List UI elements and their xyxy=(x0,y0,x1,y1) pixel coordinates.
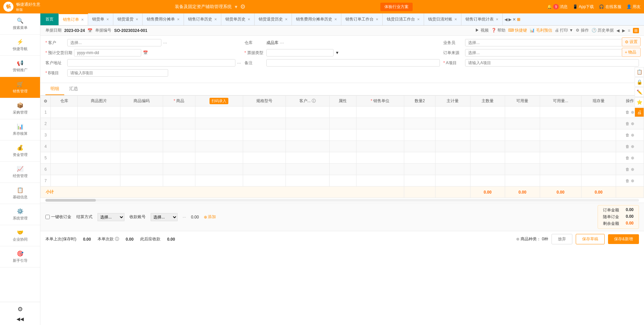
row-unit-5[interactable] xyxy=(356,152,404,164)
copy-row-1-btn[interactable]: ⊕ xyxy=(631,110,634,115)
row-product-1[interactable] xyxy=(163,107,195,118)
row-qty2-7[interactable] xyxy=(404,175,435,187)
sidebar-item-search[interactable]: 🔍 搜索菜单 xyxy=(0,13,40,35)
float-btn-1[interactable]: 📋 xyxy=(635,67,644,77)
float-btn-4[interactable]: ⭐ xyxy=(635,97,644,107)
delete-row-6-btn[interactable]: 🗑 xyxy=(626,167,630,172)
customer-dots[interactable]: ··· xyxy=(163,40,167,45)
row-attr-2[interactable] xyxy=(329,118,356,129)
row-main-qty-2[interactable] xyxy=(470,118,505,129)
add-btn[interactable]: ⊕ 添加 xyxy=(204,214,216,220)
table-scrollbar[interactable] xyxy=(45,199,639,202)
row-attr-7[interactable] xyxy=(329,175,356,187)
tab-return-history[interactable]: 销货单历史 ✕ xyxy=(221,13,255,26)
sidebar-collapse-icon[interactable]: ◀◀ xyxy=(16,316,24,322)
row-main-qty-7[interactable] xyxy=(470,175,505,187)
tab-close-all-btn[interactable]: ✕ xyxy=(513,17,516,22)
sidebar-item-inventory[interactable]: 📊 库存核算 xyxy=(0,119,40,140)
delete-row-5-btn[interactable]: 🗑 xyxy=(626,156,630,160)
row-cust-code-3[interactable] xyxy=(286,129,330,141)
row-spec-4[interactable] xyxy=(243,141,286,152)
discard-btn[interactable]: 放弃 xyxy=(552,234,572,244)
row-cust-code-1[interactable] xyxy=(286,107,330,118)
row-code-6[interactable] xyxy=(120,164,163,175)
row-product-7[interactable] xyxy=(163,175,195,187)
nav-next-icon[interactable]: ▶ xyxy=(622,28,625,33)
goods-btn[interactable]: + 物品 xyxy=(622,48,641,57)
copy-row-4-btn[interactable]: ⊕ xyxy=(631,144,634,149)
row-spec-3[interactable] xyxy=(243,129,286,141)
row-main-qty-5[interactable] xyxy=(470,152,505,164)
sidebar-item-purchase[interactable]: 📦 采购管理 xyxy=(0,98,40,119)
tab-close-order-history[interactable]: ✕ xyxy=(214,17,217,21)
a-project-input[interactable] xyxy=(465,59,639,67)
float-btn-3[interactable]: ✏️ xyxy=(635,87,644,97)
tab-cash-check[interactable]: 钱货日清对账 ✕ xyxy=(424,13,461,26)
delete-row-1-btn[interactable]: 🗑 xyxy=(626,110,630,115)
row-unit-3[interactable] xyxy=(356,129,404,141)
form-view-icon[interactable]: ⊞ xyxy=(633,28,639,33)
copy-row-5-btn[interactable]: ⊕ xyxy=(631,156,634,160)
tab-prev-btn[interactable]: ◀ xyxy=(504,17,507,22)
row-attr-6[interactable] xyxy=(329,164,356,175)
address-dots[interactable]: ··· xyxy=(237,60,241,66)
tab-close-cash-daily[interactable]: ✕ xyxy=(417,17,420,21)
row-warehouse-1[interactable] xyxy=(51,107,78,118)
one-click-deposit-checkbox[interactable] xyxy=(45,215,50,219)
sidebar-item-marketing[interactable]: 📢 营销推广 xyxy=(0,56,40,77)
invoice-type-input[interactable]: 不开票 xyxy=(266,49,334,56)
sidebar-item-quick[interactable]: ⚡ 快捷导航 xyxy=(0,35,40,56)
address-input[interactable] xyxy=(67,59,235,67)
invoice-dropdown-icon[interactable]: ▼ xyxy=(335,50,339,55)
row-cust-code-4[interactable] xyxy=(286,141,330,152)
row-unit-1[interactable] xyxy=(356,107,404,118)
row-unit-2[interactable] xyxy=(356,118,404,129)
view-btn[interactable]: ▶ 视频 xyxy=(475,28,488,33)
row-product-6[interactable] xyxy=(163,164,195,175)
tab-sales-order[interactable]: 销售订单 ✕ xyxy=(59,13,88,26)
tab-close-sales-return[interactable]: ✕ xyxy=(106,17,109,21)
tab-fee-split-history[interactable]: 销售费用分摊单历史 ✕ xyxy=(292,13,341,26)
receipt-dots[interactable]: ··· xyxy=(183,215,186,219)
tab-refund-history[interactable]: 销货退货历史 ✕ xyxy=(255,13,292,26)
delete-row-4-btn[interactable]: 🗑 xyxy=(626,144,630,149)
row-code-4[interactable] xyxy=(120,141,163,152)
copy-row-6-btn[interactable]: ⊕ xyxy=(631,167,634,172)
row-warehouse-4[interactable] xyxy=(51,141,78,152)
salesperson-input[interactable] xyxy=(465,39,633,46)
tab-close-sales-stats[interactable]: ✕ xyxy=(496,17,498,21)
row-code-3[interactable] xyxy=(120,129,163,141)
tab-close-return-history[interactable]: ✕ xyxy=(248,17,250,21)
row-product-5[interactable] xyxy=(163,152,195,164)
row-unit-6[interactable] xyxy=(356,164,404,175)
row-attr-3[interactable] xyxy=(329,129,356,141)
settings-icon[interactable]: ⚙ xyxy=(240,3,245,10)
user-area[interactable]: 👤 用友 xyxy=(627,4,641,10)
tab-sales-stats[interactable]: 销售订单统计表 ✕ xyxy=(461,13,503,26)
sidebar-item-base[interactable]: 📋 基础信息 xyxy=(0,183,40,204)
tab-expand-btn[interactable]: ⊞ xyxy=(517,17,520,22)
row-warehouse-7[interactable] xyxy=(51,175,78,187)
row-qty2-5[interactable] xyxy=(404,152,435,164)
receipt-no-select[interactable]: 选择... xyxy=(151,213,178,221)
row-qty2-6[interactable] xyxy=(404,164,435,175)
row-main-qty-1[interactable] xyxy=(470,107,505,118)
tab-sales-refund[interactable]: 销货退货 ✕ xyxy=(113,13,143,26)
tab-close-order-workbench[interactable]: ✕ xyxy=(376,17,378,21)
notification-area[interactable]: 🔔 9 消息 xyxy=(547,4,568,10)
tab-fee-split[interactable]: 销售费用分摊单 ✕ xyxy=(143,13,184,26)
online-support[interactable]: 🎧 在线客服 xyxy=(599,4,621,10)
row-qty2-1[interactable] xyxy=(404,107,435,118)
row-code-7[interactable] xyxy=(120,175,163,187)
tab-cash-daily[interactable]: 钱货日清工作台 ✕ xyxy=(383,13,424,26)
row-code-1[interactable] xyxy=(120,107,163,118)
row-spec-5[interactable] xyxy=(243,152,286,164)
save-new-btn[interactable]: 保存&新增 xyxy=(608,234,639,244)
remarks-input[interactable] xyxy=(266,59,440,67)
delete-row-2-btn[interactable]: 🗑 xyxy=(626,121,630,126)
row-cust-code-2[interactable] xyxy=(286,118,330,129)
sidebar-item-enterprise[interactable]: 🤝 企业协同 xyxy=(0,225,40,246)
sidebar-item-finance[interactable]: 💰 资金管理 xyxy=(0,140,40,162)
profit-btn[interactable]: 📊 毛利预估 xyxy=(530,28,552,33)
app-download[interactable]: 📱 App下载 xyxy=(573,4,594,10)
